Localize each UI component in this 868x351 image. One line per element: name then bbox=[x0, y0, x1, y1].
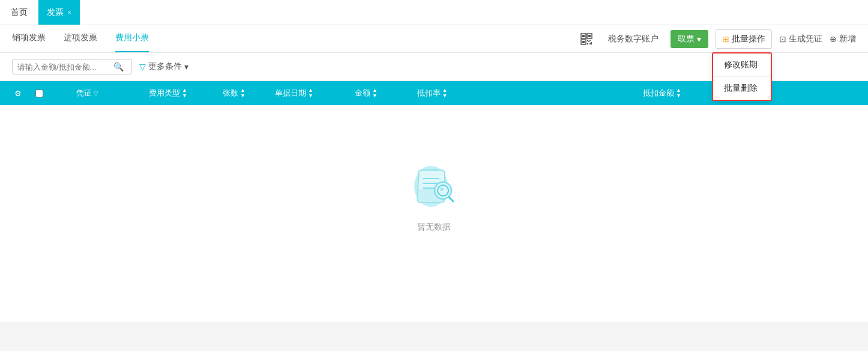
svg-point-19 bbox=[440, 188, 444, 191]
batch-op-container: ⊞ 批量操作 修改账期 批量删除 bbox=[716, 29, 772, 49]
search-wrap: 🔍 bbox=[12, 59, 132, 75]
tab-sales-invoice[interactable]: 销项发票 bbox=[12, 25, 46, 52]
batch-op-dropdown: 修改账期 批量删除 bbox=[712, 52, 772, 101]
batch-icon: ⊞ bbox=[722, 34, 729, 44]
th-voucher: 凭证 ▽ bbox=[48, 88, 126, 99]
more-conditions-label: 更多条件 bbox=[148, 61, 182, 72]
gen-voucher-button[interactable]: ⊡ 生成凭证 bbox=[779, 34, 822, 44]
filter-icon-voucher[interactable]: ▽ bbox=[94, 90, 98, 97]
tab-purchase-invoice[interactable]: 进项发票 bbox=[64, 25, 97, 52]
search-input[interactable] bbox=[17, 63, 113, 72]
th-amount: 金额 ▲▼ bbox=[330, 88, 402, 99]
svg-rect-9 bbox=[591, 42, 592, 43]
take-ticket-label: 取票 bbox=[678, 34, 695, 44]
svg-rect-7 bbox=[589, 40, 591, 41]
tax-account-button[interactable]: 税务数字账户 bbox=[603, 34, 663, 44]
th-deduct-rate: 抵扣率 ▲▼ bbox=[402, 88, 462, 99]
sort-arrows-expense-type[interactable]: ▲▼ bbox=[182, 88, 187, 99]
empty-state-label: 暂无数据 bbox=[417, 222, 451, 233]
modify-period-item[interactable]: 修改账期 bbox=[713, 53, 771, 76]
th-expense-type: 费用类型 ▲▼ bbox=[126, 88, 210, 99]
add-new-icon: ⊕ bbox=[830, 34, 837, 44]
svg-rect-10 bbox=[587, 43, 588, 44]
th-gear[interactable]: ⚙ bbox=[6, 89, 30, 98]
th-deduct-amount: 抵扣金额 ▲▼ bbox=[462, 88, 862, 99]
invoice-tab[interactable]: 发票 × bbox=[38, 0, 80, 25]
svg-rect-3 bbox=[588, 35, 591, 37]
svg-line-18 bbox=[449, 197, 453, 201]
add-new-label: 新增 bbox=[839, 34, 856, 44]
content-area: ⚙ 凭证 ▽ 费用类型 ▲▼ 张数 ▲▼ 单据日期 ▲▼ 金额 ▲▼ 抵扣率 ▲… bbox=[0, 81, 868, 322]
sort-arrows-deduct-amount[interactable]: ▲▼ bbox=[676, 88, 681, 99]
invoice-tab-close[interactable]: × bbox=[67, 8, 71, 17]
svg-rect-1 bbox=[582, 35, 585, 37]
svg-rect-11 bbox=[589, 43, 592, 44]
top-nav: 首页 发票 × bbox=[0, 0, 868, 25]
batch-op-label: 批量操作 bbox=[732, 34, 765, 44]
svg-rect-6 bbox=[587, 40, 588, 41]
take-ticket-arrow: ▾ bbox=[697, 34, 701, 44]
qr-icon bbox=[580, 32, 593, 46]
more-conditions-arrow: ▾ bbox=[184, 62, 188, 72]
gen-voucher-icon: ⊡ bbox=[779, 34, 786, 44]
gear-icon: ⚙ bbox=[14, 89, 22, 98]
th-checkbox[interactable] bbox=[30, 90, 48, 97]
th-count: 张数 ▲▼ bbox=[210, 88, 258, 99]
select-all-checkbox[interactable] bbox=[35, 90, 43, 97]
sub-nav: 销项发票 进项发票 费用小票 税 bbox=[0, 25, 868, 53]
search-icon[interactable]: 🔍 bbox=[113, 62, 124, 72]
empty-state-icon bbox=[404, 153, 464, 213]
invoice-tab-label: 发票 bbox=[47, 7, 64, 18]
home-nav-item[interactable]: 首页 bbox=[0, 0, 38, 25]
take-ticket-button[interactable]: 取票 ▾ bbox=[671, 30, 708, 48]
sort-arrows-date[interactable]: ▲▼ bbox=[308, 88, 313, 99]
empty-state: 暂无数据 bbox=[0, 105, 868, 257]
sort-arrows-amount[interactable]: ▲▼ bbox=[372, 88, 378, 99]
batch-op-button[interactable]: ⊞ 批量操作 bbox=[716, 29, 772, 49]
filter-icon: ▽ bbox=[139, 62, 146, 72]
th-date: 单据日期 ▲▼ bbox=[258, 88, 330, 99]
more-conditions-button[interactable]: ▽ 更多条件 ▾ bbox=[139, 61, 188, 72]
tab-expense-receipt[interactable]: 费用小票 bbox=[115, 25, 149, 52]
batch-delete-item[interactable]: 批量删除 bbox=[713, 77, 771, 100]
add-new-button[interactable]: ⊕ 新增 bbox=[830, 34, 856, 44]
qr-icon-button[interactable] bbox=[577, 29, 596, 49]
sub-nav-actions: 税务数字账户 取票 ▾ ⊞ 批量操作 修改账期 批量删除 ⊡ 生成凭证 ⊕ 新增 bbox=[577, 29, 856, 49]
svg-rect-5 bbox=[582, 41, 585, 43]
sort-arrows-count[interactable]: ▲▼ bbox=[240, 88, 246, 99]
gen-voucher-label: 生成凭证 bbox=[789, 34, 822, 44]
svg-rect-8 bbox=[588, 41, 589, 42]
sub-nav-tabs: 销项发票 进项发票 费用小票 bbox=[12, 25, 149, 52]
sort-arrows-deduct-rate[interactable]: ▲▼ bbox=[442, 88, 448, 99]
